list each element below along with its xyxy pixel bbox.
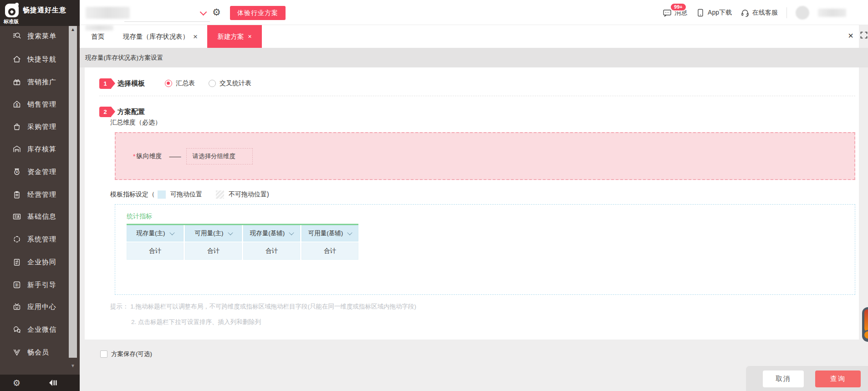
radio-label[interactable]: 交叉统计表: [220, 79, 251, 87]
non-draggable-swatch: [216, 190, 224, 199]
chevron-down-icon[interactable]: [228, 230, 233, 235]
summary-dimension-label: 汇总维度（必选）: [110, 118, 161, 127]
sidebar-item-label: 搜索菜单: [27, 32, 56, 41]
experience-industry-button[interactable]: 体验行业方案: [230, 6, 286, 20]
user-name-redacted: [818, 9, 846, 17]
close-tab-icon[interactable]: ×: [193, 33, 198, 41]
radio-label[interactable]: 汇总表: [176, 79, 195, 87]
sidebar-item-marketing[interactable]: 营销推广: [0, 71, 68, 93]
sidebar-item-sales[interactable]: $ 销售管理: [0, 93, 68, 115]
template-indicator-label: 模板指标设定（: [110, 190, 155, 199]
tab-new-plan-active[interactable]: 新建方案 ×: [207, 25, 262, 48]
cancel-button[interactable]: 取消: [763, 370, 804, 387]
scroll-down-arrow-icon[interactable]: ▼: [68, 363, 77, 368]
chevron-down-icon[interactable]: [347, 230, 352, 235]
draggable-label: 可拖动位置: [170, 190, 202, 199]
scrollbar-thumb[interactable]: [69, 26, 77, 358]
group-dimension-select[interactable]: 请选择分组维度: [186, 148, 253, 165]
column-header[interactable]: 可用量(主): [185, 225, 242, 242]
app-window: 畅捷通好生意 标准版 搜索菜单 快捷导航 营销推广 $ 销售管理 采购管理 库存…: [0, 0, 868, 391]
messages-item[interactable]: 消息 99+: [663, 8, 687, 17]
step2-badge: 2: [99, 107, 111, 117]
search-icon: [12, 31, 21, 41]
step1-badge: 1: [99, 78, 111, 89]
column-header-label: 可用量(主): [195, 229, 224, 237]
stat-indicators-table: 现存量(主) 可用量(主) 现存量(基辅) 可用量(基辅) 合计 合计 合计 合…: [127, 225, 358, 260]
warehouse-icon: [12, 144, 21, 154]
sidebar-item-base-info[interactable]: 基础信息: [0, 206, 68, 227]
tab-label: 首页: [91, 32, 104, 41]
column-header-label: 可用量(基辅): [308, 229, 343, 237]
radio-cross-table[interactable]: [209, 80, 216, 87]
template-indicator-legend: 模板指标设定（ 可拖动位置 不可拖动位置): [110, 190, 269, 199]
column-header-label: 现存量(主): [137, 229, 165, 237]
query-button[interactable]: 查询: [815, 370, 861, 387]
tip-line-1: 提示： 1.拖动标题栏可以调整布局，不可跨维度或指标区域拖动栏目字段(只能在同一…: [110, 299, 416, 314]
collapse-sidebar-icon[interactable]: [48, 379, 58, 387]
chevron-down-icon[interactable]: [289, 230, 294, 235]
sidebar-item-label: 新手引导: [27, 281, 56, 289]
sidebar-item-purchase[interactable]: 采购管理: [0, 116, 68, 138]
tab-label: 现存量（库存状况表）: [123, 32, 189, 41]
topbar: ⚙ 体验行业方案 消息 99+ App下载 在线客: [80, 0, 868, 25]
id-card-icon: [12, 212, 21, 221]
sidebar-item-member[interactable]: 畅会员: [0, 341, 68, 363]
column-header[interactable]: 现存量(主): [127, 225, 184, 242]
vertical-dimension-label: 纵向维度: [136, 152, 162, 160]
sidebar-item-system[interactable]: 系统管理: [0, 228, 68, 250]
sidebar-item-funds[interactable]: ¥ 资金管理: [0, 161, 68, 183]
save-plan-label[interactable]: 方案保存(可选): [111, 350, 152, 358]
sidebar-item-newbie-guide[interactable]: 新 新手引导: [0, 274, 68, 296]
tab-home[interactable]: 首页: [91, 25, 104, 48]
phone-icon: [696, 8, 705, 17]
scroll-up-arrow-icon[interactable]: ▲: [68, 27, 77, 32]
save-plan-checkbox[interactable]: [100, 350, 107, 358]
headset-icon: [740, 8, 750, 17]
radio-summary-table[interactable]: [165, 80, 172, 87]
thermometer-tube: [864, 309, 868, 331]
org-select-underline: [124, 21, 210, 22]
app-download-label: App下载: [708, 9, 732, 17]
gear-icon[interactable]: ⚙: [212, 7, 221, 17]
fullscreen-expand-icon[interactable]: [860, 31, 868, 39]
svg-text:¥: ¥: [16, 170, 18, 174]
sidebar-item-app-center[interactable]: 应用中心: [0, 296, 68, 318]
sidebar-item-inventory[interactable]: 库存核算: [0, 138, 68, 160]
required-mark: *: [133, 153, 135, 160]
tips-block: 提示： 1.拖动标题栏可以调整布局，不可跨维度或指标区域拖动栏目字段(只能在同一…: [110, 299, 416, 330]
close-tab-icon[interactable]: ×: [248, 33, 251, 40]
system-icon: [12, 235, 21, 244]
sidebar-item-label: 企业微信: [27, 325, 56, 334]
sidebar-item-wechat-work[interactable]: 企业微信: [0, 319, 68, 340]
org-name-redacted[interactable]: [86, 7, 130, 19]
non-draggable-label: 不可拖动位置): [229, 190, 269, 199]
wechat-icon: [12, 325, 21, 334]
app-tv-icon: [12, 302, 21, 311]
sidebar-item-label: 畅会员: [27, 348, 49, 357]
column-header[interactable]: 可用量(基辅): [301, 225, 358, 242]
sidebar-scrollbar[interactable]: ▲ ▼: [68, 26, 77, 375]
sidebar-item-label: 资金管理: [27, 168, 56, 176]
dash-connector: ——: [169, 153, 180, 160]
close-panel-icon[interactable]: ×: [848, 31, 853, 40]
shopping-bag-icon: [12, 122, 21, 131]
sidebar-item-search-menu[interactable]: 搜索菜单: [0, 25, 68, 47]
column-header-label: 现存量(基辅): [250, 229, 285, 237]
money-bag-icon: ¥: [12, 167, 21, 176]
sidebar-item-operations[interactable]: 经营管理: [0, 184, 68, 206]
chevron-down-icon[interactable]: [169, 230, 174, 235]
tab-inventory-report[interactable]: 现存量（库存状况表） ×: [123, 25, 198, 48]
sidebar-item-collaboration[interactable]: 企业协同: [0, 251, 68, 273]
online-service-item[interactable]: 在线客服: [740, 8, 778, 17]
chevron-down-icon[interactable]: [200, 9, 207, 16]
step1-label: 选择模板: [117, 79, 145, 88]
tab-label: 新建方案: [217, 32, 244, 41]
sidebar-item-quick-nav[interactable]: 快捷导航: [0, 48, 68, 70]
app-download-item[interactable]: App下载: [696, 8, 732, 17]
logo-block: 畅捷通好生意 标准版: [0, 0, 80, 26]
floating-thermometer-widget[interactable]: [862, 307, 868, 342]
topbar-right-group: 消息 99+ App下载 在线客服: [663, 0, 846, 25]
avatar[interactable]: [796, 6, 809, 20]
column-header[interactable]: 现存量(基辅): [243, 225, 300, 242]
settings-gear-icon[interactable]: ⚙: [13, 379, 20, 387]
